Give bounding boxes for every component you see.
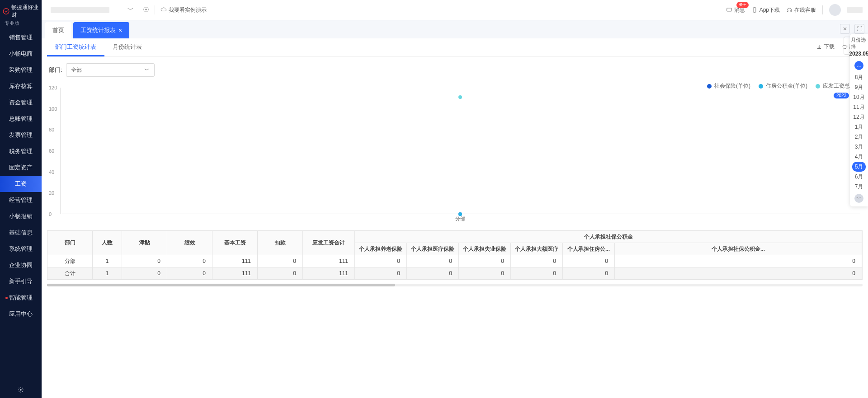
tabstrip-actions: ✕ ⛶ [840, 24, 864, 34]
sidebar-item-label: 新手引导 [9, 277, 33, 286]
chart-point [458, 212, 462, 216]
user-name-placeholder [847, 7, 863, 13]
month-item[interactable]: 9月 [852, 82, 866, 92]
sidebar-item-3[interactable]: 库存核算 [0, 78, 42, 94]
sidebar-item-6[interactable]: 发票管理 [0, 127, 42, 143]
subtab-month-stats[interactable]: 月份统计表 [104, 38, 150, 56]
sidebar-item-16[interactable]: 智能管理 [0, 290, 42, 306]
th-g6: 个人承担社保公积金... [615, 243, 862, 255]
year-pill: 2023 [834, 93, 849, 98]
sidebar-item-9[interactable]: 工资 [0, 176, 42, 192]
sidebar-item-17[interactable]: 应用中心 [0, 306, 42, 322]
sidebar-item-2[interactable]: 采购管理 [0, 62, 42, 78]
org-selector[interactable]: ﹀ [47, 4, 137, 16]
y-tick-label: 0 [49, 211, 52, 217]
brand-block: 畅捷通好业财 [0, 0, 42, 21]
sidebar-item-1[interactable]: 小畅电商 [0, 46, 42, 62]
demo-link[interactable]: 我要看实例演示 [160, 6, 207, 14]
month-picker-panel: › 月份选择 2023.05 ︿ 8月9月10月11月12月1月2月3月4月5月… [850, 34, 868, 206]
headset-icon [786, 7, 793, 13]
close-icon[interactable]: × [118, 27, 122, 34]
x-category-label: 分部 [455, 215, 465, 222]
table-cell: 0 [615, 267, 862, 280]
app-download-label: App下载 [760, 6, 780, 14]
month-item[interactable]: 2月 [852, 132, 866, 142]
avatar[interactable] [829, 4, 841, 16]
sidebar: 畅捷通好业财 专业版 销售管理小畅电商采购管理库存核算资金管理总账管理发票管理税… [0, 0, 42, 398]
month-item[interactable]: 10月 [852, 92, 866, 102]
gear-icon [18, 387, 24, 393]
sidebar-item-4[interactable]: 资金管理 [0, 94, 42, 111]
panel-collapse-handle[interactable]: › [844, 37, 850, 55]
sidebar-item-label: 固定资产 [9, 164, 33, 172]
sidebar-item-10[interactable]: 经营管理 [0, 192, 42, 208]
sidebar-item-15[interactable]: 新手引导 [0, 273, 42, 290]
month-item[interactable]: 3月 [852, 142, 866, 152]
th-deduct: 扣款 [258, 231, 303, 255]
sidebar-item-0[interactable]: 销售管理 [0, 29, 42, 46]
table-row: 分部1001110111000000 [47, 255, 862, 267]
download-label: 下载 [824, 43, 835, 51]
th-g1: 个人承担养老保险 [355, 243, 407, 255]
close-all-tabs-button[interactable]: ✕ [840, 24, 850, 34]
sidebar-item-label: 工资 [15, 180, 27, 188]
support-button[interactable]: 在线客服 [786, 6, 816, 14]
sidebar-item-14[interactable]: 企业协同 [0, 257, 42, 273]
table-cell: 0 [355, 267, 407, 280]
y-tick-label: 80 [49, 127, 54, 132]
download-button[interactable]: 下载 [816, 43, 835, 51]
table-cell: 0 [258, 255, 303, 267]
table-cell: 0 [258, 267, 303, 280]
sidebar-item-5[interactable]: 总账管理 [0, 111, 42, 127]
sidebar-item-label: 企业协同 [9, 261, 33, 269]
sidebar-item-11[interactable]: 小畅报销 [0, 208, 42, 225]
app-download-button[interactable]: App下载 [751, 6, 780, 14]
month-item[interactable]: 5月 [852, 162, 866, 172]
support-label: 在线客服 [794, 6, 816, 14]
sidebar-nav: 销售管理小畅电商采购管理库存核算资金管理总账管理发票管理税务管理固定资产工资经营… [0, 29, 42, 382]
topbar: ﹀ 我要看实例演示 消息 99+ App下载 [42, 0, 868, 20]
sidebar-item-label: 资金管理 [9, 98, 33, 107]
month-picker-year: 2023.05 [849, 51, 868, 57]
month-item[interactable]: 7月 [852, 182, 866, 192]
sidebar-item-13[interactable]: 系统管理 [0, 241, 42, 257]
sidebar-item-8[interactable]: 固定资产 [0, 159, 42, 176]
sidebar-settings-button[interactable] [0, 382, 42, 398]
month-item[interactable]: 1月 [852, 122, 866, 132]
horizontal-scrollbar[interactable] [47, 284, 863, 288]
tab-salary-report[interactable]: 工资统计报表 × [73, 22, 129, 38]
sidebar-item-label: 小畅报销 [9, 212, 33, 220]
subtab-dept-stats[interactable]: 部门工资统计表 [47, 38, 104, 56]
th-payable: 应发工资合计 [303, 231, 355, 255]
brand-logo-icon [3, 7, 9, 15]
sidebar-item-12[interactable]: 基础信息 [0, 225, 42, 241]
messages-button[interactable]: 消息 99+ [726, 6, 745, 14]
table-cell: 0 [407, 267, 459, 280]
cloud-icon [160, 7, 167, 13]
month-scroll-up[interactable]: ︿ [854, 61, 863, 70]
org-settings-button[interactable] [143, 6, 149, 14]
month-item[interactable]: 8月 [852, 72, 866, 82]
table-cell: 1 [93, 255, 122, 267]
month-scroll-down[interactable]: ﹀ [854, 194, 863, 203]
month-item[interactable]: 6月 [852, 172, 866, 182]
th-g4: 个人承担大额医疗 [511, 243, 563, 255]
svg-point-3 [145, 9, 147, 10]
subtabs: 部门工资统计表 月份统计表 下载 刷新 [47, 38, 863, 57]
sidebar-item-label: 系统管理 [9, 245, 33, 253]
demo-label: 我要看实例演示 [169, 6, 207, 14]
table-cell: 0 [511, 267, 563, 280]
tab-home[interactable]: 首页 [45, 22, 71, 38]
fullscreen-button[interactable]: ⛶ [854, 24, 864, 34]
month-item[interactable]: 12月 [852, 112, 866, 122]
month-item[interactable]: 11月 [852, 102, 866, 112]
filter-dept-label: 部门: [49, 66, 62, 74]
sidebar-item-label: 销售管理 [9, 33, 33, 42]
sidebar-item-7[interactable]: 税务管理 [0, 143, 42, 159]
dept-select[interactable]: 全部 ﹀ [66, 63, 155, 77]
table-cell: 1 [93, 267, 122, 280]
chart-y-axis [61, 88, 61, 214]
month-item[interactable]: 4月 [852, 152, 866, 162]
sidebar-item-label: 库存核算 [9, 82, 33, 90]
table-cell: 0 [459, 255, 511, 267]
